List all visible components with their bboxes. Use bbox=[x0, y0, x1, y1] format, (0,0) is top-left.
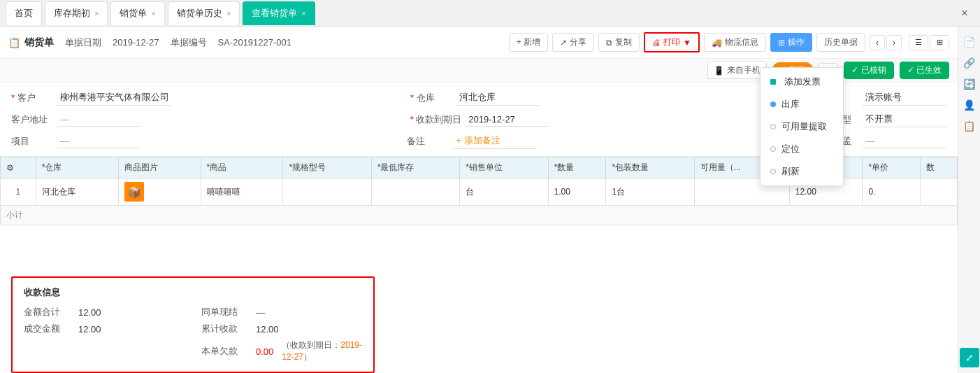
verified-button[interactable]: ✓ 已核销 bbox=[844, 62, 893, 79]
tab-view-sales[interactable]: 查看销货单 × bbox=[243, 1, 315, 25]
doc-icon: 📋 bbox=[8, 37, 20, 48]
tab-view-sales-close[interactable]: × bbox=[301, 9, 305, 17]
nav-next[interactable]: › bbox=[886, 35, 902, 50]
sidebar-doc-icon[interactable]: 📄 bbox=[960, 32, 979, 52]
sidebar-note-icon[interactable]: 📋 bbox=[960, 116, 979, 136]
view-grid[interactable]: ⊞ bbox=[930, 35, 949, 50]
available-qty-label: 可用量提取 bbox=[781, 120, 827, 133]
copy-label: 复制 bbox=[615, 36, 632, 48]
logistics-icon: 🚚 bbox=[712, 38, 722, 48]
th-sales-unit: *销售单位 bbox=[460, 157, 548, 178]
new-button[interactable]: + 新增 bbox=[509, 33, 548, 52]
tab-sales-history[interactable]: 销货单历史 × bbox=[168, 1, 240, 25]
row-qty[interactable]: 1.00 bbox=[548, 178, 606, 206]
locate-item[interactable]: 定位 bbox=[761, 138, 843, 160]
from-phone-button[interactable]: 📱 来自手机 bbox=[707, 62, 767, 79]
row-min-stock[interactable] bbox=[371, 178, 459, 206]
sidebar-user-icon[interactable]: 👤 bbox=[960, 95, 979, 115]
nav-prev[interactable]: ‹ bbox=[870, 35, 885, 50]
history-button[interactable]: 历史单据 bbox=[816, 33, 865, 52]
effective-button[interactable]: ✓ 已生效 bbox=[900, 62, 949, 79]
project-value[interactable]: — bbox=[57, 134, 141, 148]
th-img: 商品图片 bbox=[118, 157, 201, 178]
warehouse-value[interactable]: 河北仓库 bbox=[456, 90, 540, 106]
doc-date-label: 单据日期 bbox=[65, 36, 101, 49]
from-phone-label: 来自手机 bbox=[727, 64, 761, 76]
add-invoice-icon bbox=[770, 79, 776, 85]
gear-icon: ⚙ bbox=[6, 163, 14, 173]
new-label: + 新增 bbox=[517, 36, 540, 48]
warehouse-label: 仓库 bbox=[410, 92, 452, 104]
share-button[interactable]: ↗ 分享 bbox=[552, 33, 594, 52]
th-warehouse: *仓库 bbox=[36, 157, 118, 178]
th-amount: 数 bbox=[921, 157, 958, 178]
row-spec[interactable] bbox=[283, 178, 371, 206]
th-settings[interactable]: ⚙ bbox=[1, 157, 36, 178]
refresh-item[interactable]: 刷新 bbox=[761, 160, 843, 183]
subtotal-label: 小计 bbox=[1, 206, 958, 225]
available-qty-icon bbox=[770, 124, 776, 129]
operation-button[interactable]: ⊞ 操作 bbox=[770, 33, 812, 52]
project-field: 项目 — bbox=[11, 134, 407, 148]
available-qty-item[interactable]: 可用量提取 bbox=[761, 115, 843, 138]
employee-value[interactable]: 演示账号 bbox=[863, 90, 946, 106]
row-img: 📦 bbox=[118, 178, 201, 206]
window-close-button[interactable]: × bbox=[955, 3, 974, 23]
th-price: *单价 bbox=[863, 157, 921, 178]
sidebar-refresh-icon[interactable]: 🔄 bbox=[960, 74, 979, 94]
row-warehouse[interactable]: 河北仓库 bbox=[36, 178, 118, 206]
customer-value[interactable]: 柳州粤港平安气体有限公司 bbox=[57, 90, 172, 106]
note-field: 备注 + 添加备注 bbox=[407, 133, 802, 149]
add-invoice-item[interactable]: 添加发票 bbox=[761, 71, 843, 93]
operation-dropdown: 添加发票 出库 可用量提取 定位 刷新 bbox=[760, 67, 844, 186]
view-list[interactable]: ☰ bbox=[909, 35, 928, 50]
close-icon: × bbox=[961, 7, 967, 20]
tab-bar: 首页 库存期初 × 销货单 × 销货单历史 × 查看销货单 × × bbox=[0, 0, 980, 27]
doc-title-text: 销货单 bbox=[24, 36, 54, 49]
tab-sales-label: 销货单 bbox=[120, 7, 147, 20]
amount-total-value: 12.00 bbox=[78, 307, 101, 318]
note-add[interactable]: + 添加备注 bbox=[453, 133, 537, 149]
due-date-value[interactable]: 2019-12-27 bbox=[466, 113, 549, 127]
payment-info-grid: 金额合计 12.00 成交金额 12.00 同单现结 — bbox=[24, 306, 362, 363]
project-label: 项目 bbox=[11, 135, 53, 148]
tab-sales-history-close[interactable]: × bbox=[226, 9, 231, 17]
tab-home[interactable]: 首页 bbox=[6, 1, 42, 25]
ticket-type-value[interactable]: 不开票 bbox=[863, 111, 946, 127]
print-button[interactable]: 🖨 打印 ▼ bbox=[644, 32, 700, 52]
outbound-item[interactable]: 出库 bbox=[761, 93, 843, 115]
tab-home-label: 首页 bbox=[15, 7, 33, 20]
total-received-row: 累计收款 12.00 bbox=[201, 323, 362, 335]
address-value[interactable]: — bbox=[57, 113, 141, 127]
same-order-settle-value: — bbox=[256, 307, 265, 318]
sidebar-link-icon[interactable]: 🔗 bbox=[960, 53, 979, 73]
print-label: 打印 bbox=[663, 36, 680, 48]
right-sidebar: 📄 🔗 🔄 👤 📋 ⤢ bbox=[958, 27, 980, 373]
row-amount[interactable] bbox=[921, 178, 958, 206]
due-date-field: 收款到期日 2019-12-27 bbox=[410, 113, 809, 127]
tab-inventory[interactable]: 库存期初 × bbox=[45, 1, 108, 25]
deal-amount-value: 12.00 bbox=[78, 324, 101, 335]
tab-view-sales-label: 查看销货单 bbox=[252, 7, 297, 20]
tab-sales-close[interactable]: × bbox=[151, 9, 155, 17]
outbound-label: 出库 bbox=[781, 98, 800, 111]
sales-staff-value[interactable]: — bbox=[863, 134, 946, 148]
row-sales-unit[interactable]: 台 bbox=[460, 178, 548, 206]
tab-inventory-close[interactable]: × bbox=[94, 9, 99, 17]
tab-sales[interactable]: 销货单 × bbox=[110, 1, 164, 25]
doc-meta: 单据日期 2019-12-27 单据编号 SA-20191227-001 bbox=[65, 36, 291, 49]
row-price[interactable]: 0. bbox=[863, 178, 921, 206]
row-product[interactable]: 嘻嘻嘻嘻 bbox=[201, 178, 283, 206]
history-label: 历史单据 bbox=[824, 36, 858, 48]
copy-button[interactable]: ⧉ 复制 bbox=[598, 33, 640, 52]
logistics-button[interactable]: 🚚 物流信息 bbox=[704, 33, 766, 52]
sidebar-expand-icon[interactable]: ⤢ bbox=[960, 348, 979, 367]
subtotal-row: 小计 bbox=[1, 206, 958, 225]
amount-total-label: 金额合计 bbox=[24, 306, 73, 318]
current-owed-value: 0.00 bbox=[256, 346, 273, 357]
doc-number-label: 单据编号 bbox=[171, 36, 207, 49]
print-dropdown-icon: ▼ bbox=[683, 38, 691, 48]
row-pack-qty[interactable]: 1台 bbox=[606, 178, 694, 206]
product-image: 📦 bbox=[124, 182, 144, 202]
row-num: 1 bbox=[1, 178, 36, 206]
